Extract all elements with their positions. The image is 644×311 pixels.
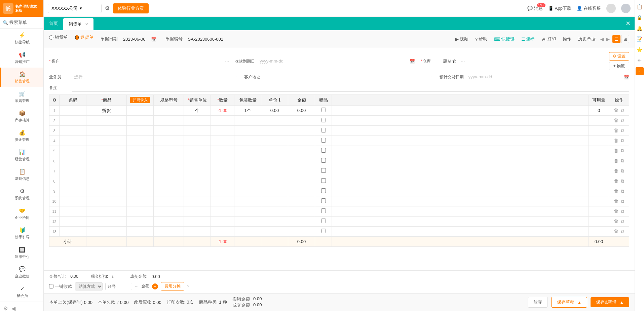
logistics-button[interactable]: + 物流 [609, 62, 629, 70]
print-btn[interactable]: 🖨 打印 [540, 35, 558, 43]
tab-close-icon[interactable]: ✕ [85, 22, 88, 27]
cell-barcode-10[interactable] [60, 196, 86, 206]
gift-checkbox-9[interactable] [321, 188, 326, 193]
cell-gift-10[interactable] [315, 196, 332, 206]
sidebar-item-marketing[interactable]: 📢 营销推广 [0, 48, 43, 68]
calendar-icon[interactable]: 📅 [151, 37, 156, 42]
sidebar-item-finance[interactable]: 💰 资金管理 [0, 126, 43, 146]
gift-checkbox-12[interactable] [321, 219, 326, 223]
gift-checkbox-11[interactable] [321, 208, 326, 213]
notes-input[interactable] [72, 84, 629, 92]
save-draft-caret[interactable]: ▲ [576, 300, 582, 305]
barcode-input-1[interactable] [62, 108, 84, 113]
radio-return[interactable]: 退货单 [75, 34, 93, 40]
sidebar-item-guide[interactable]: 🔰 新手引导 [0, 224, 43, 243]
gift-checkbox-1[interactable] [321, 108, 326, 112]
help-btn[interactable]: ? 帮助 [473, 35, 489, 43]
cell-price-8[interactable] [261, 176, 288, 186]
right-icon-3[interactable]: 🔔 [636, 24, 644, 32]
messages-btn[interactable]: 💬 消息 99+ [527, 5, 543, 11]
nav-next-btn[interactable]: ▶ [606, 37, 610, 42]
right-icon-2[interactable]: 🔒 [636, 13, 644, 22]
cell-qty-2[interactable] [211, 116, 234, 126]
cell-product-8[interactable] [86, 176, 127, 186]
cell-gift-12[interactable] [315, 217, 332, 227]
cell-product-12[interactable] [86, 217, 127, 227]
cell-qty-3[interactable] [211, 126, 234, 136]
right-icon-4[interactable]: 📝 [636, 35, 644, 43]
cell-price-3[interactable] [261, 126, 288, 136]
sidebar-item-sales[interactable]: 🏠 销售管理 [0, 68, 43, 87]
cell-product-6[interactable] [86, 156, 127, 166]
expected-date-cal[interactable]: 📅 [624, 75, 629, 80]
expense-button[interactable]: 费用分摊 [161, 282, 184, 290]
cell-qty-5[interactable] [211, 146, 234, 156]
cell-qty-8[interactable] [211, 176, 234, 186]
setup-button[interactable]: ⚙ 设置 [609, 52, 629, 61]
cell-spec-3[interactable] [154, 126, 184, 136]
barcode-input-10[interactable] [62, 199, 84, 204]
copy-icon-4[interactable]: ⧉ [620, 138, 625, 143]
sidebar-item-enterprise[interactable]: 🤝 企业协同 [0, 204, 43, 224]
copy-icon-10[interactable]: ⧉ [620, 198, 625, 204]
sidebar-item-inventory[interactable]: 📦 库存核算 [0, 107, 43, 126]
save-new-button[interactable]: 保存&新增 ▲ [591, 297, 629, 307]
cell-barcode-13[interactable] [60, 227, 86, 237]
cell-gift-2[interactable] [315, 116, 332, 126]
cell-spec-11[interactable] [154, 206, 184, 217]
customer-dots[interactable]: ··· [225, 58, 229, 64]
trial-button[interactable]: 体验行业方案 [113, 3, 149, 13]
cell-gift-1[interactable] [315, 106, 332, 116]
cell-barcode-6[interactable] [60, 156, 86, 166]
cell-price-4[interactable] [261, 136, 288, 146]
copy-icon-9[interactable]: ⧉ [620, 188, 625, 194]
barcode-input-2[interactable] [62, 118, 84, 123]
delete-icon-9[interactable]: 🗑 [613, 188, 619, 194]
cell-product-9[interactable] [86, 186, 127, 196]
gift-checkbox-7[interactable] [321, 168, 326, 173]
copy-icon-2[interactable]: ⧉ [620, 118, 625, 123]
tab-home[interactable]: 首页 [44, 17, 63, 30]
cell-price-5[interactable] [261, 146, 288, 156]
cell-price-1[interactable]: 0.00 [261, 106, 288, 116]
right-icon-7[interactable]: 🔸 [636, 67, 644, 75]
delete-icon-3[interactable]: 🗑 [613, 128, 619, 133]
right-icon-1[interactable]: 📋 [636, 3, 644, 11]
receive-date-cal[interactable]: 📅 [410, 59, 415, 64]
barcode-input-3[interactable] [62, 128, 84, 133]
cell-price-12[interactable] [261, 217, 288, 227]
cell-spec-2[interactable] [154, 116, 184, 126]
gift-checkbox-4[interactable] [321, 138, 326, 143]
cell-barcode-12[interactable] [60, 217, 86, 227]
cell-qty-7[interactable] [211, 166, 234, 176]
right-icon-5[interactable]: ⭐ [636, 46, 644, 54]
cell-barcode-9[interactable] [60, 186, 86, 196]
copy-icon-7[interactable]: ⧉ [620, 168, 625, 173]
cell-price-7[interactable] [261, 166, 288, 176]
cell-gift-13[interactable] [315, 227, 332, 237]
cell-gift-5[interactable] [315, 146, 332, 156]
cell-spec-9[interactable] [154, 186, 184, 196]
cell-price-13[interactable] [261, 227, 288, 237]
cell-price-6[interactable] [261, 156, 288, 166]
total-owe-help[interactable]: ? [117, 300, 119, 304]
barcode-input-9[interactable] [62, 189, 84, 194]
copy-icon-6[interactable]: ⧉ [620, 158, 625, 163]
cell-spec-4[interactable] [154, 136, 184, 146]
view-list-btn[interactable]: ☰ [612, 35, 620, 43]
one-click-pay-label[interactable]: 一键收款 [49, 283, 72, 289]
cell-barcode-1[interactable] [60, 106, 86, 116]
right-icon-6[interactable]: ✏ [636, 56, 644, 65]
cell-product-4[interactable] [86, 136, 127, 146]
gift-checkbox-2[interactable] [321, 118, 326, 122]
copy-icon-13[interactable]: ⧉ [620, 229, 625, 234]
customer-addr-input[interactable] [267, 73, 425, 81]
account-input[interactable] [105, 283, 132, 290]
cell-price-10[interactable] [261, 196, 288, 206]
sidebar-item-basics[interactable]: 📋 基础信息 [0, 165, 43, 185]
cell-barcode-3[interactable] [60, 126, 86, 136]
delete-icon-2[interactable]: 🗑 [613, 118, 619, 123]
cell-spec-8[interactable] [154, 176, 184, 186]
sidebar-item-vip[interactable]: ✓ 畅会员 [0, 282, 43, 302]
salesperson-input[interactable] [72, 73, 230, 81]
